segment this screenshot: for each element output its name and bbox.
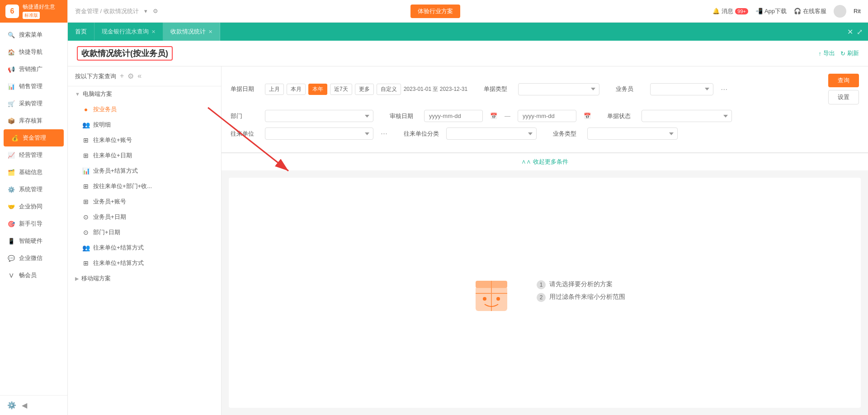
scheme-item-partner-date[interactable]: ⊞ 往来单位+日期	[68, 148, 221, 163]
filter-row-1: 单据日期 上月 本月 本年 近7天 更多 自定义 2023-01-01 至 20…	[231, 74, 859, 104]
sidebar-item-enterprise[interactable]: 🤝 企业协同	[0, 198, 67, 215]
date-btn-7days[interactable]: 近7天	[330, 84, 352, 95]
scheme-item-salesperson-date[interactable]: ⊙ 业务员+日期	[68, 209, 221, 225]
scheme-item-partner-settle2[interactable]: ⊞ 往来单位+结算方式	[68, 255, 221, 271]
refresh-btn[interactable]: ↻ 刷新	[840, 49, 859, 57]
date-btn-custom[interactable]: 自定义	[377, 84, 401, 95]
sidebar-item-label: 畅会员	[19, 271, 37, 279]
scheme-item-partner-dept[interactable]: ⊞ 按往来单位+部门+收...	[68, 179, 221, 194]
date-btn-more[interactable]: 更多	[355, 84, 374, 95]
window-close-icon[interactable]: ✕	[847, 28, 853, 36]
scheme-panel-title: 按以下方案查询	[75, 72, 116, 80]
home-icon: 🏠	[7, 48, 15, 56]
trend-icon: 📈	[7, 151, 15, 159]
sidebar-item-hardware[interactable]: 📱 智能硬件	[0, 232, 67, 250]
sidebar-item-member[interactable]: V 畅会员	[0, 267, 67, 284]
breadcrumb: 资金管理 / 收款情况统计	[75, 7, 139, 15]
sidebar-item-marketing[interactable]: 📢 营销推广	[0, 61, 67, 78]
tab-home[interactable]: 首页	[68, 23, 94, 41]
scheme-item-dept-date[interactable]: ⊙ 部门+日期	[68, 225, 221, 240]
doc-type-select[interactable]	[518, 83, 599, 95]
collapse-icon: ∧∧	[521, 158, 531, 165]
topbar-settings-icon[interactable]: ⚙	[153, 8, 158, 14]
salesperson-select[interactable]	[650, 83, 713, 95]
sidebar-item-wechat[interactable]: 💬 企业微信	[0, 250, 67, 267]
grid5-icon: ⊞	[82, 259, 90, 267]
sidebar-item-guide[interactable]: 🎯 新手引导	[0, 215, 67, 232]
partner-select[interactable]	[265, 127, 373, 140]
scheme-item-partner-account[interactable]: ⊞ 往来单位+账号	[68, 132, 221, 148]
export-icon: ↑	[819, 50, 822, 57]
partner-more-icon[interactable]: ···	[381, 129, 387, 138]
calendar-to-icon[interactable]: 📅	[584, 113, 591, 119]
date-filter-label: 单据日期	[231, 85, 258, 93]
sidebar-item-quick-nav[interactable]: 🏠 快捷导航	[0, 43, 67, 61]
collapse-bar[interactable]: ∧∧ 收起更多条件	[222, 153, 868, 170]
sidebar-item-finance[interactable]: 💰 资金管理	[4, 129, 64, 146]
scheme-add-icon[interactable]: +	[120, 72, 124, 80]
business-type-select[interactable]	[587, 127, 678, 140]
scheme-item-by-salesperson[interactable]: ● 按业务员	[68, 102, 221, 117]
date-btn-this-year[interactable]: 本年	[308, 84, 327, 95]
app-download-btn[interactable]: 📲 App下载	[755, 7, 787, 15]
scheme-section-pc-header[interactable]: ▼ 电脑端方案	[68, 86, 221, 102]
sidebar-item-operation[interactable]: 📈 经营管理	[0, 146, 67, 164]
collapse-label: 收起更多条件	[533, 158, 568, 165]
sidebar-item-inventory[interactable]: 📦 库存核算	[0, 112, 67, 129]
sidebar-item-system[interactable]: ⚙️ 系统管理	[0, 181, 67, 198]
scheme-item-salesperson-account[interactable]: ⊞ 业务员+账号	[68, 194, 221, 209]
scheme-settings-icon[interactable]: ⚙	[127, 72, 134, 80]
sidebar-menu: 🔍 搜索菜单 🏠 快捷导航 📢 营销推广 📊 销售管理 🛒 采购管理 📦	[0, 23, 67, 395]
trial-btn[interactable]: 体验行业方案	[410, 5, 460, 18]
window-maximize-icon[interactable]: ⤢	[857, 28, 863, 36]
bell-icon: 🔔	[712, 8, 720, 14]
tab-bank-flow-close-icon[interactable]: ✕	[151, 29, 156, 35]
filter-row-3: 往来单位 ··· 往来单位分类 业务类型	[231, 127, 859, 140]
breadcrumb-dropdown-icon[interactable]: ▾	[144, 8, 147, 14]
doc-status-select[interactable]	[642, 110, 732, 122]
sidebar-item-search[interactable]: 🔍 搜索菜单	[0, 26, 67, 43]
sidebar-item-label: 系统管理	[19, 185, 42, 193]
scheme-item-salesperson-settle[interactable]: 📊 业务员+结算方式	[68, 163, 221, 179]
cart-icon: 🛒	[7, 99, 15, 108]
download-icon: 📲	[755, 8, 763, 14]
tab-receipt-stats-label: 收款情况统计	[170, 28, 206, 36]
dept-filter-label: 部门	[231, 112, 258, 120]
review-date-to-input[interactable]	[518, 110, 576, 122]
online-service-btn[interactable]: 🎧 在线客服	[794, 7, 826, 15]
tab-bank-flow[interactable]: 现金银行流水查询 ✕	[94, 23, 163, 41]
logo-icon: 6	[5, 5, 19, 18]
date-range-display: 2023-01-01 至 2023-12-31	[404, 85, 467, 93]
export-btn[interactable]: ↑ 导出	[819, 49, 835, 57]
settings-btn[interactable]: 设置	[828, 90, 859, 104]
sidebar-item-sales[interactable]: 📊 销售管理	[0, 78, 67, 95]
scheme-item-by-detail[interactable]: 👥 按明细	[68, 117, 221, 132]
sidebar-item-basic[interactable]: 🗂️ 基础信息	[0, 164, 67, 181]
collapse-sidebar-icon[interactable]: ◀	[22, 401, 27, 410]
query-btn[interactable]: 查询	[828, 74, 859, 87]
partner-category-select[interactable]	[446, 127, 537, 140]
scheme-section-mobile-header[interactable]: ▶ 移动端方案	[68, 271, 221, 286]
message-label: 消息	[722, 7, 733, 15]
dept-select[interactable]	[265, 110, 373, 122]
sidebar-item-purchase[interactable]: 🛒 采购管理	[0, 95, 67, 112]
date-btn-last-month[interactable]: 上月	[265, 84, 284, 95]
salesperson-more-icon[interactable]: ···	[721, 85, 727, 94]
avatar[interactable]	[834, 5, 846, 18]
review-date-from-input[interactable]	[424, 110, 483, 122]
scheme-panel: 按以下方案查询 + ⚙ « ▼ 电脑端方案	[68, 66, 222, 415]
tab-receipt-stats-close-icon[interactable]: ✕	[208, 29, 212, 35]
message-btn[interactable]: 🔔 消息 99+	[712, 7, 748, 15]
tab-receipt-stats[interactable]: 收款情况统计 ✕	[163, 23, 220, 41]
pc-section-label: 电脑端方案	[83, 90, 112, 98]
date-btn-this-month[interactable]: 本月	[287, 84, 306, 95]
calendar-from-icon[interactable]: 📅	[490, 113, 497, 119]
scheme-section-mobile: ▶ 移动端方案	[68, 271, 221, 286]
settings-bottom-icon[interactable]: ⚙️	[7, 401, 16, 410]
service-icon: 🎧	[794, 8, 801, 14]
scheme-item-label: 业务员+账号	[93, 198, 126, 206]
page-title-container: 收款情况统计(按业务员)	[77, 46, 173, 61]
scheme-collapse-icon[interactable]: «	[137, 72, 142, 80]
scheme-item-partner-settle1[interactable]: 👥 往来单位+结算方式	[68, 240, 221, 255]
sidebar-item-label: 库存核算	[19, 117, 42, 125]
